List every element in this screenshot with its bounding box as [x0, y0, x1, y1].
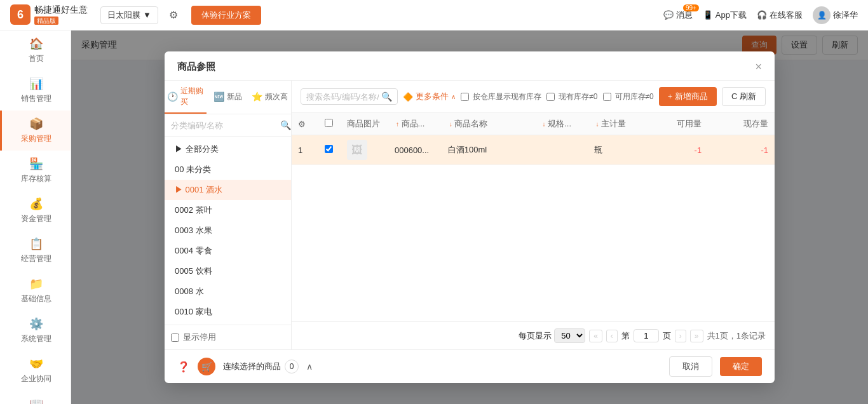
- modal-overlay: 商品参照 × 🕐 近期购买 🆕: [71, 30, 868, 404]
- logo-icon: 6: [10, 4, 31, 25]
- warehouse-label: 日太阳膜: [107, 10, 140, 21]
- category-list: ▶ 全部分类 00 未分类 ▶ 0001 酒水 0002 茶叶: [165, 137, 291, 325]
- sidebar-label-finance: 资金管理: [21, 213, 51, 224]
- page-size-select: 每页显示 50: [519, 328, 585, 343]
- check-group-1: 按仓库显示现有库存: [461, 91, 541, 102]
- system-icon: ⚙️: [29, 317, 43, 331]
- cat-item-0010[interactable]: 0010 家电: [165, 302, 291, 322]
- service-item[interactable]: 🎧 在线客服: [757, 10, 803, 21]
- check-by-warehouse[interactable]: [461, 93, 469, 101]
- chevron-down-icon: ▼: [143, 10, 151, 20]
- prev-page-button[interactable]: ‹: [606, 330, 618, 342]
- cat-item-0004[interactable]: 0004 零食: [165, 241, 291, 261]
- show-disabled-label: 显示停用: [183, 332, 216, 343]
- sidebar-item-system[interactable]: ⚙️ 系统管理: [0, 311, 71, 351]
- row-name: 白酒100ml: [442, 135, 535, 165]
- inventory-icon: 🏪: [29, 157, 43, 171]
- brand-badge: 精品版: [34, 17, 58, 25]
- cancel-button[interactable]: 取消: [669, 356, 712, 377]
- app-download-item[interactable]: 📱 App下载: [703, 10, 747, 21]
- filter-icon: 🔶: [403, 92, 413, 102]
- show-disabled-checkbox[interactable]: [171, 333, 179, 342]
- sidebar-item-basic[interactable]: 📁 基础信息: [0, 271, 71, 311]
- row-checkbox[interactable]: [325, 145, 333, 153]
- cat-item-0003[interactable]: 0003 水果: [165, 220, 291, 241]
- sidebar-item-collab[interactable]: 🤝 企业协同: [0, 351, 71, 391]
- cat-item-all[interactable]: ▶ 全部分类: [165, 139, 291, 159]
- sidebar-item-home[interactable]: 🏠 首页: [0, 30, 71, 71]
- cat-item-0001[interactable]: ▶ 0001 酒水: [165, 180, 291, 200]
- check-stock-nonzero-label: 现有库存≠0: [559, 91, 597, 102]
- th-unit: ↓ 主计量: [588, 113, 641, 135]
- warehouse-select[interactable]: 日太阳膜 ▼: [100, 6, 158, 24]
- help-icon[interactable]: ❓: [177, 361, 190, 373]
- product-modal: 商品参照 × 🕐 近期购买 🆕: [165, 51, 775, 383]
- app-label: App下载: [715, 10, 747, 21]
- page-unit: 页: [663, 330, 671, 342]
- modal-body: 🕐 近期购买 🆕 新品 ⭐ 频次高: [165, 81, 775, 349]
- trial-button[interactable]: 体验行业方案: [191, 6, 261, 25]
- cart-icon[interactable]: 🛒: [198, 358, 215, 375]
- confirm-button[interactable]: 确定: [720, 357, 762, 376]
- check-avail-nonzero[interactable]: [603, 93, 611, 101]
- cat-item-all-label: ▶ 全部分类: [175, 144, 219, 155]
- next-page-button[interactable]: ›: [675, 330, 686, 342]
- check-by-warehouse-label: 按仓库显示现有库存: [473, 91, 541, 102]
- refresh-button[interactable]: C 刷新: [722, 87, 766, 106]
- toolbar-right: + 新增商品 C 刷新: [659, 87, 766, 106]
- check-stock-nonzero[interactable]: [546, 93, 555, 101]
- th-stock: 现存量: [708, 113, 775, 135]
- add-product-button[interactable]: + 新增商品: [659, 87, 717, 106]
- page-label: 第: [621, 330, 630, 342]
- sidebar-item-purchase[interactable]: 📦 采购管理: [0, 111, 71, 151]
- brand-name: 畅捷通好生意: [34, 4, 88, 15]
- product-panel: 🔍 🔶 更多条件 ∧ 按仓库显示现有库存: [292, 81, 775, 349]
- cat-tab-frequent[interactable]: ⭐ 频次高: [249, 81, 291, 114]
- sidebar-item-guide[interactable]: 📖 新手引导: [0, 391, 71, 404]
- select-all-checkbox[interactable]: [325, 119, 333, 127]
- row-avail: -1: [641, 135, 708, 165]
- table-row[interactable]: 1 🖼 000600... 白酒100ml 瓶: [292, 135, 775, 165]
- modal-close-button[interactable]: ×: [755, 60, 762, 74]
- last-page-button[interactable]: »: [690, 330, 703, 342]
- home-icon: 🏠: [29, 37, 43, 51]
- new-icon: 🆕: [214, 91, 224, 102]
- th-unit-label: 主计量: [601, 119, 626, 128]
- page-input[interactable]: [634, 329, 659, 342]
- row-check: [318, 135, 341, 165]
- cat-item-0008[interactable]: 0008 水: [165, 281, 291, 302]
- product-search-icon[interactable]: 🔍: [381, 91, 392, 102]
- sidebar-label-purchase: 采购管理: [21, 133, 51, 144]
- category-search: 🔍 《: [165, 114, 291, 137]
- filter-button[interactable]: 🔶 更多条件 ∧: [403, 91, 456, 102]
- user-item[interactable]: 👤 徐泽华: [813, 6, 858, 24]
- cat-item-0005[interactable]: 0005 饮料: [165, 261, 291, 281]
- sidebar-label-system: 系统管理: [21, 333, 51, 344]
- sidebar-item-sales[interactable]: 📊 销售管理: [0, 71, 71, 111]
- sidebar-item-operations[interactable]: 📋 经营管理: [0, 231, 71, 271]
- content-area: 采购管理 查询 设置 刷新 商品参照 ×: [71, 30, 868, 404]
- cat-item-0002[interactable]: 0002 茶叶: [165, 200, 291, 220]
- row-stock: -1: [708, 135, 775, 165]
- operations-icon: 📋: [29, 237, 43, 251]
- footer-collapse-icon[interactable]: ∧: [306, 361, 313, 372]
- cat-item-0010-label: 0010 家电: [175, 306, 212, 318]
- cat-tab-new-label: 新品: [227, 91, 242, 102]
- category-panel: 🕐 近期购买 🆕 新品 ⭐ 频次高: [165, 81, 292, 349]
- page-size-dropdown[interactable]: 50: [554, 328, 585, 343]
- cat-tab-new[interactable]: 🆕 新品: [207, 81, 248, 114]
- product-search-input[interactable]: [306, 92, 379, 102]
- sidebar-item-finance[interactable]: 💰 资金管理: [0, 191, 71, 231]
- cat-tab-recent[interactable]: 🕐 近期购买: [165, 81, 207, 114]
- purchase-icon: 📦: [29, 117, 43, 131]
- page-total-info: 共1页，1条记录: [707, 330, 766, 342]
- category-search-input[interactable]: [171, 121, 278, 130]
- cat-item-uncategorized[interactable]: 00 未分类: [165, 159, 291, 180]
- gear-icon[interactable]: ⚙: [163, 5, 184, 25]
- first-page-button[interactable]: «: [589, 330, 602, 342]
- th-settings: ⚙: [292, 113, 318, 135]
- sidebar-item-inventory[interactable]: 🏪 库存核算: [0, 151, 71, 191]
- sort-down-icon: ↓: [449, 121, 452, 128]
- cat-item-0005-label: 0005 饮料: [175, 266, 212, 277]
- message-item[interactable]: 💬 消息 99+: [663, 10, 693, 21]
